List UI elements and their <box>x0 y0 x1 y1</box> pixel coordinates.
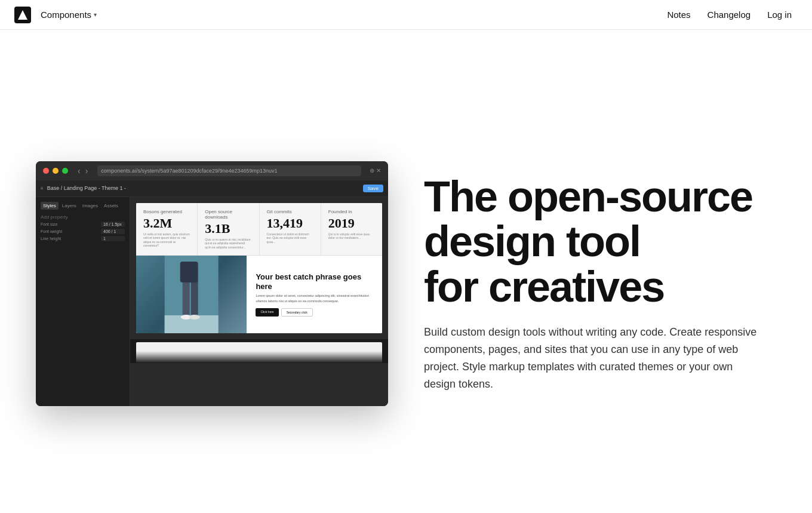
hero-heading-line1: The open-source <box>424 173 752 220</box>
sidebar-field-fontsize: Font size 16 / 1.5px <box>41 222 125 227</box>
forward-button[interactable]: › <box>84 166 90 176</box>
save-button[interactable]: Save <box>363 185 383 192</box>
nav-right: Notes Changelog Log in <box>661 6 798 23</box>
stats-row: Bosons generated 3.2M Ut sella ut nisl a… <box>136 203 382 256</box>
app-topbar-left: ≡ Base / Landing Page - Theme 1 - <box>41 185 126 191</box>
sidebar-tab-images[interactable]: Images <box>80 202 100 210</box>
browser-window: ‹ › components.ai/s/system/5a97ae801209d… <box>36 161 388 406</box>
hero-heading-line3: for creatives <box>424 263 664 311</box>
sidebar-tab-assets[interactable]: Assets <box>102 202 121 210</box>
app-topbar-title: Base / Landing Page - Theme 1 - <box>47 185 126 191</box>
stat-bosons-label: Bosons generated <box>143 209 190 214</box>
bottom-overlay <box>130 351 388 363</box>
preview-body-text: Lorem ipsum dolor sit amet, consectetur … <box>256 293 373 303</box>
stat-commits-label: Git commits <box>267 209 313 214</box>
minimize-window-button[interactable] <box>53 168 59 174</box>
canvas-area: Bosons generated 3.2M Ut sella ut nisl a… <box>130 197 388 406</box>
url-bar[interactable]: components.ai/s/system/5a97ae801209dcfac… <box>97 165 361 176</box>
sidebar-properties: Add property Font size 16 / 1.5px Font w… <box>41 214 125 241</box>
mockup-container: ‹ › components.ai/s/system/5a97ae801209d… <box>36 161 388 406</box>
lineheight-value[interactable]: 1 <box>101 236 125 241</box>
navbar: Components ▾ Notes Changelog Log in <box>0 0 812 30</box>
stat-commits: Git commits 13,419 Consectetur ut dolori… <box>260 203 321 256</box>
svg-rect-7 <box>180 262 198 282</box>
app-topbar: ≡ Base / Landing Page - Theme 1 - Save <box>36 180 388 197</box>
notes-link[interactable]: Notes <box>661 6 696 23</box>
stat-founded-desc: Qui si is volupta velit esse quas dolor … <box>328 232 375 240</box>
stat-downloads-label: Open source downloads <box>205 209 251 220</box>
sidebar-tab-layers[interactable]: Layers <box>60 202 79 210</box>
sidebar-tabs: Styles Layers Images Assets <box>41 202 125 210</box>
stat-founded: Founded in 2019 Qui si is volupta velit … <box>321 203 382 256</box>
hero-heading-line2: design tool <box>424 217 640 265</box>
preview-hero: Your best catch phrase goes here Lorem i… <box>136 256 382 333</box>
svg-point-6 <box>189 315 200 320</box>
fontweight-value[interactable]: 400 / 1 <box>101 229 125 234</box>
changelog-link[interactable]: Changelog <box>702 6 757 23</box>
svg-marker-0 <box>18 10 27 20</box>
browser-titlebar: ‹ › components.ai/s/system/5a97ae801209d… <box>36 161 388 180</box>
window-controls <box>43 168 68 174</box>
preview-primary-button[interactable]: Click here <box>256 308 278 317</box>
logo-icon[interactable] <box>14 7 31 23</box>
svg-rect-4 <box>191 279 198 315</box>
lineheight-label: Line height <box>41 236 61 241</box>
fontsize-value[interactable]: 16 / 1.5px <box>101 222 125 227</box>
hero-section: ‹ › components.ai/s/system/5a97ae801209d… <box>0 137 812 430</box>
browser-nav-buttons: ‹ › <box>76 166 89 176</box>
stat-bosons: Bosons generated 3.2M Ut sella ut nisl a… <box>136 203 198 256</box>
app-menu-icon: ≡ <box>41 186 44 191</box>
stat-downloads-value: 3.1B <box>205 221 251 236</box>
svg-rect-3 <box>183 279 190 315</box>
components-label: Components <box>41 10 91 20</box>
hero-heading: The open-source design tool for creative… <box>424 174 776 310</box>
close-window-button[interactable] <box>43 168 49 174</box>
preview-catchphrase: Your best catch phrase goes here <box>256 272 373 291</box>
sidebar-field-fontweight: Font weight 400 / 1 <box>41 229 125 234</box>
stat-downloads-desc: Quis ut mi autem et nisi, incididunt qui… <box>205 238 251 250</box>
preview-content: Your best catch phrase goes here Lorem i… <box>247 256 382 333</box>
sidebar-field-lineheight: Line height 1 <box>41 236 125 241</box>
components-menu-button[interactable]: Components ▾ <box>36 7 102 22</box>
url-text: components.ai/s/system/5a97ae801209dcfac… <box>101 168 277 174</box>
chevron-down-icon: ▾ <box>94 11 97 18</box>
login-link[interactable]: Log in <box>761 6 798 23</box>
nav-left: Components ▾ <box>14 7 102 23</box>
main-content: ‹ › components.ai/s/system/5a97ae801209d… <box>0 0 812 513</box>
sidebar-add-property-label: Add property <box>41 214 125 220</box>
back-button[interactable]: ‹ <box>76 166 82 176</box>
stat-bosons-desc: Ut sella ut nisl autem, quis nostrum vel… <box>143 232 190 248</box>
preview-image <box>136 256 247 333</box>
hero-description: Build custom design tools without writin… <box>424 324 758 392</box>
preview-secondary-button[interactable]: Secondary click <box>281 308 313 317</box>
stat-commits-value: 13,419 <box>267 216 313 231</box>
stat-bosons-value: 3.2M <box>143 216 190 231</box>
stat-founded-label: Founded in <box>328 209 375 214</box>
stat-downloads: Open source downloads 3.1B Quis ut mi au… <box>198 203 259 256</box>
sidebar-tab-styles[interactable]: Styles <box>41 202 59 210</box>
design-preview: Bosons generated 3.2M Ut sella ut nisl a… <box>136 203 382 334</box>
browser-actions: ⊕ ✕ <box>370 167 381 174</box>
preview-cta-buttons: Click here Secondary click <box>256 308 373 317</box>
fontsize-label: Font size <box>41 222 57 226</box>
preview-person-illustration <box>136 256 247 333</box>
logo-svg <box>18 10 27 20</box>
stat-commits-desc: Consectetur ut dolori et dolorem eur. Qu… <box>267 232 313 244</box>
canvas-bottom-strip <box>130 339 388 363</box>
maximize-window-button[interactable] <box>62 168 68 174</box>
sidebar: Styles Layers Images Assets Add property… <box>36 197 130 406</box>
app-ui: Styles Layers Images Assets Add property… <box>36 197 388 406</box>
stat-founded-value: 2019 <box>328 216 375 231</box>
hero-text: The open-source design tool for creative… <box>424 174 776 393</box>
fontweight-label: Font weight <box>41 229 62 234</box>
